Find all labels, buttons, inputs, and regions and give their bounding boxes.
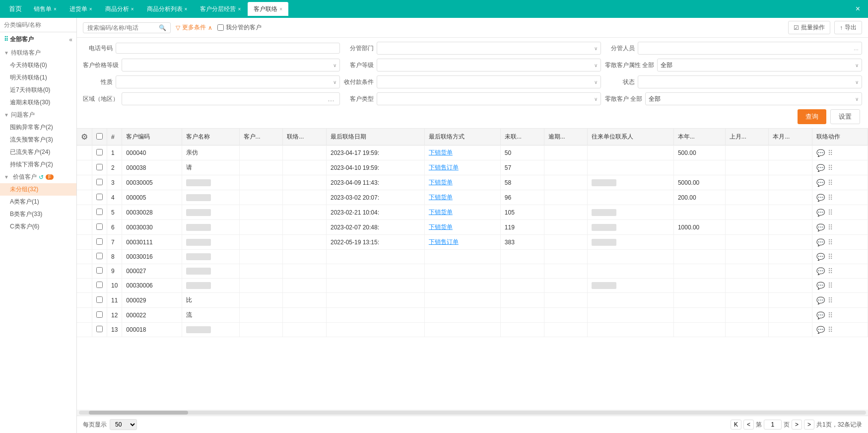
grid-icon[interactable]: ⠿ <box>828 311 833 319</box>
td-checkbox[interactable] <box>92 308 107 323</box>
grid-icon[interactable]: ⠿ <box>828 223 833 231</box>
chat-icon[interactable]: 💬 <box>816 209 825 216</box>
nav-tab-close-customer-tier[interactable]: × <box>238 6 241 12</box>
sidebar-item-abnormal[interactable]: 囤购异常客户(2) <box>0 121 76 134</box>
sidebar-item-7days-pending[interactable]: 近7天待联络(0) <box>0 84 76 96</box>
manager-select[interactable]: … <box>638 42 862 55</box>
td-checkbox[interactable] <box>92 250 107 264</box>
row-checkbox[interactable] <box>96 296 103 303</box>
nav-tab-customer-contact[interactable]: 客户联络 × <box>248 2 288 16</box>
grid-icon[interactable]: ⠿ <box>828 194 833 202</box>
row-checkbox[interactable] <box>96 164 103 170</box>
nav-tab-close-purchase[interactable]: × <box>89 6 92 12</box>
grid-icon[interactable]: ⠿ <box>828 326 833 334</box>
td-checkbox[interactable] <box>92 235 107 250</box>
dept-select[interactable]: ∨ <box>377 42 601 55</box>
my-customers-checkbox-container[interactable]: 我分管的客户 <box>217 23 262 32</box>
filter-search-input[interactable] <box>87 24 157 31</box>
th-settings[interactable]: ⚙ <box>77 129 92 145</box>
filter-search-icon[interactable]: 🔍 <box>159 24 166 31</box>
sidebar-item-b-class[interactable]: B类客户(33) <box>0 208 76 220</box>
row-checkbox[interactable] <box>96 223 103 230</box>
my-customers-checkbox[interactable] <box>217 24 224 31</box>
row-checkbox[interactable] <box>96 267 103 274</box>
chat-icon[interactable]: 💬 <box>816 296 825 304</box>
sidebar-item-tomorrow-pending[interactable]: 明天待联络(1) <box>0 72 76 84</box>
sidebar-item-overdue-pending[interactable]: 逾期未联络(30) <box>0 96 76 109</box>
row-checkbox[interactable] <box>96 311 103 318</box>
retail-all-select[interactable]: 全部 ∨ <box>645 92 862 105</box>
price-level-select[interactable]: ∨ <box>122 59 340 72</box>
refresh-icon[interactable]: ↺ <box>39 174 44 181</box>
sidebar-item-declining[interactable]: 持续下滑客户(2) <box>0 158 76 171</box>
sidebar-group-pending[interactable]: ▼ 待联络客户 <box>0 47 76 59</box>
row-checkbox[interactable] <box>96 209 103 215</box>
td-checkbox[interactable] <box>92 279 107 293</box>
chat-icon[interactable]: 💬 <box>816 179 825 187</box>
payment-select[interactable]: ∨ <box>377 75 601 88</box>
window-close-btn[interactable]: × <box>852 4 864 13</box>
td-checkbox[interactable] <box>92 145 107 160</box>
sidebar-item-a-class[interactable]: A类客户(1) <box>0 196 76 208</box>
contact-method-link[interactable]: 下销货单 <box>429 223 453 230</box>
grid-icon[interactable]: ⠿ <box>828 164 833 172</box>
contact-method-link[interactable]: 下销货单 <box>429 179 453 186</box>
nav-tab-purchase[interactable]: 进货单 × <box>64 2 98 16</box>
prev-page-btn[interactable]: < <box>743 420 754 430</box>
grid-icon[interactable]: ⠿ <box>828 238 833 246</box>
td-checkbox[interactable] <box>92 264 107 279</box>
chat-icon[interactable]: 💬 <box>816 238 825 246</box>
status-select[interactable]: ∨ <box>638 75 862 88</box>
grid-icon[interactable]: ⠿ <box>828 253 833 261</box>
grid-icon[interactable]: ⠿ <box>828 149 833 157</box>
contact-method-link[interactable]: 下销货单 <box>429 194 453 201</box>
sidebar-item-ungrouped[interactable]: 未分组(32) <box>0 183 76 196</box>
cust-type-select[interactable]: ∨ <box>377 92 601 105</box>
chat-icon[interactable]: 💬 <box>816 282 825 289</box>
grid-icon[interactable]: ⠿ <box>828 209 833 216</box>
th-checkbox[interactable] <box>92 129 107 145</box>
filter-search-box[interactable]: 🔍 <box>83 22 171 33</box>
last-page-btn[interactable]: > <box>804 420 814 430</box>
contact-method-link[interactable]: 下销售订单 <box>429 238 459 245</box>
grid-icon[interactable]: ⠿ <box>828 296 833 304</box>
row-checkbox[interactable] <box>96 238 103 245</box>
chat-icon[interactable]: 💬 <box>816 253 825 261</box>
nav-tab-close-customer-contact[interactable]: × <box>279 6 282 12</box>
sidebar-item-today-pending[interactable]: 今天待联络(0) <box>0 59 76 72</box>
chat-icon[interactable]: 💬 <box>816 223 825 231</box>
nature-select[interactable]: ∨ <box>116 75 340 88</box>
row-checkbox[interactable] <box>96 326 103 332</box>
reset-btn[interactable]: 设置 <box>830 109 860 124</box>
page-size-select[interactable]: 50 20 100 <box>110 419 137 430</box>
horizontal-scrollbar[interactable] <box>77 410 868 416</box>
sidebar-item-churned[interactable]: 已流失客户(24) <box>0 146 76 158</box>
sidebar-group-value[interactable]: ▼ 价值客户 ↺ F <box>0 171 76 183</box>
row-checkbox[interactable] <box>96 194 103 200</box>
sidebar-item-c-class[interactable]: C类客户(6) <box>0 220 76 233</box>
td-checkbox[interactable] <box>92 220 107 235</box>
contact-method-link[interactable]: 下销货单 <box>429 209 453 216</box>
nav-tab-close-analysis[interactable]: × <box>131 6 134 12</box>
export-btn[interactable]: ↑ 导出 <box>834 21 862 34</box>
row-checkbox[interactable] <box>96 282 103 288</box>
query-btn[interactable]: 查询 <box>798 109 826 124</box>
td-checkbox[interactable] <box>92 160 107 175</box>
nav-tab-customer-tier[interactable]: 客户分层经营 × <box>194 2 247 16</box>
chat-icon[interactable]: 💬 <box>816 164 825 172</box>
nav-tab-analysis-list[interactable]: 商品分析列表 × <box>141 2 194 16</box>
td-checkbox[interactable] <box>92 293 107 308</box>
chat-icon[interactable]: 💬 <box>816 267 825 275</box>
all-customers-header[interactable]: ⠿ 全部客户 « <box>0 32 76 47</box>
batch-operation-btn[interactable]: ☑ 批量操作 <box>788 21 830 34</box>
td-checkbox[interactable] <box>92 205 107 220</box>
retail-attr-select[interactable]: 全部 ∨ <box>657 59 862 72</box>
customer-level-select[interactable]: ∨ <box>377 59 601 72</box>
sidebar-item-churn-warning[interactable]: 流失预警客户(3) <box>0 134 76 146</box>
region-select[interactable]: … <box>122 92 340 105</box>
settings-icon[interactable]: ⚙ <box>81 133 88 141</box>
first-page-btn[interactable]: K <box>731 420 741 430</box>
nav-tab-close-sales[interactable]: × <box>54 6 57 12</box>
select-all-checkbox[interactable] <box>96 133 103 140</box>
td-checkbox[interactable] <box>92 190 107 205</box>
